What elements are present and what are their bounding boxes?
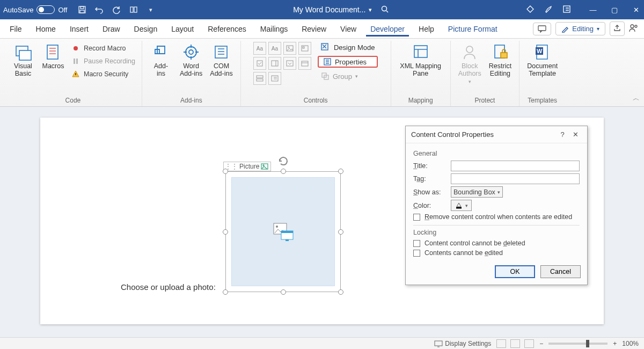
color-label: Color: (413, 202, 445, 209)
resize-handle[interactable] (338, 289, 343, 295)
zoom-level[interactable]: 100% (622, 340, 639, 347)
cancel-button[interactable]: Cancel (540, 265, 581, 278)
control-rich-text-icon[interactable]: Aa (253, 42, 266, 55)
svg-rect-35 (414, 46, 427, 57)
content-control-tag[interactable]: ⋮⋮ Picture (223, 162, 271, 171)
control-combobox-icon[interactable] (268, 57, 281, 70)
editing-mode-button[interactable]: Editing ▾ (555, 22, 605, 35)
close-icon[interactable]: ✕ (569, 130, 582, 139)
picture-placeholder[interactable] (231, 177, 335, 286)
tab-layout[interactable]: Layout (167, 21, 198, 37)
record-macro-button[interactable]: Record Macro (70, 43, 136, 54)
properties-button[interactable]: Properties (318, 56, 378, 68)
resize-handle[interactable] (338, 169, 343, 174)
qat-more-icon[interactable] (128, 4, 139, 15)
title-input[interactable] (451, 161, 580, 171)
lock-edit-checkbox[interactable]: Contents cannot be edited (413, 249, 580, 257)
display-settings-button[interactable]: Display Settings (434, 340, 491, 347)
tab-draw[interactable]: Draw (98, 21, 125, 37)
zoom-in-button[interactable]: + (613, 340, 617, 347)
zoom-slider[interactable] (548, 343, 608, 345)
control-dropdown-icon[interactable] (283, 57, 296, 70)
tag-input[interactable] (451, 173, 580, 184)
group-protect: Block Authors ▾ Restrict Editing Protect (451, 41, 519, 106)
tab-design[interactable]: Design (130, 21, 162, 37)
resize-handle[interactable] (223, 169, 228, 174)
design-mode-button[interactable]: Design Mode (318, 42, 378, 53)
rotate-handle-icon[interactable] (277, 155, 289, 169)
share-button[interactable] (610, 21, 625, 36)
macro-security-button[interactable]: Macro Security (70, 69, 136, 79)
show-as-label: Show as: (413, 188, 445, 196)
tab-help[interactable]: Help (414, 21, 438, 37)
focus-view-icon[interactable] (496, 339, 506, 348)
tab-file[interactable]: File (5, 21, 26, 37)
resize-handle[interactable] (281, 169, 286, 174)
resize-handle[interactable] (223, 289, 228, 295)
comments-button[interactable] (533, 23, 551, 35)
group-addins: Add- ins Word Add-ins COM Add-ins Add-in… (142, 41, 241, 106)
control-checkbox-icon[interactable] (253, 57, 266, 70)
maximize-button[interactable]: ▢ (610, 6, 619, 14)
ribbon-tabs: File Home Insert Draw Design Layout Refe… (0, 19, 644, 39)
tab-developer[interactable]: Developer (366, 21, 409, 37)
zoom-out-button[interactable]: − (539, 340, 543, 347)
color-picker[interactable]: ▾ (451, 200, 472, 211)
group-label: Protect (474, 95, 495, 106)
collapse-ribbon-icon[interactable]: ︿ (633, 93, 640, 103)
save-icon[interactable] (77, 4, 87, 15)
document-page[interactable]: Choose or upload a photo: ⋮⋮ Picture (40, 118, 604, 324)
word-addins-button[interactable]: Word Add-ins (178, 42, 204, 79)
svg-rect-49 (435, 341, 442, 346)
search-icon[interactable] (380, 5, 389, 15)
remove-on-edit-checkbox[interactable]: Remove content control when contents are… (413, 213, 580, 221)
autosave-toggle[interactable]: AutoSave Off (3, 5, 67, 14)
com-addins-button[interactable]: COM Add-ins (208, 42, 235, 79)
control-legacy-icon[interactable] (268, 72, 281, 85)
tab-mailings[interactable]: Mailings (256, 21, 292, 37)
resize-handle[interactable] (281, 289, 286, 295)
control-plain-text-icon[interactable]: Aa (268, 42, 281, 55)
close-button[interactable]: ✕ (631, 6, 641, 14)
xml-mapping-pane-button[interactable]: XML Mapping Pane (397, 42, 445, 79)
document-template-button[interactable]: W Document Template (525, 42, 560, 79)
document-title[interactable]: My Word Document... ▾ (293, 5, 372, 14)
lock-delete-checkbox[interactable]: Content control cannot be deleted (413, 239, 580, 247)
help-button[interactable]: ? (556, 130, 569, 139)
resize-handle[interactable] (338, 229, 343, 235)
brush-icon[interactable] (544, 5, 553, 15)
tab-view[interactable]: View (336, 21, 361, 37)
app-icon[interactable] (562, 5, 571, 15)
ok-button[interactable]: OK (495, 265, 535, 278)
redo-icon[interactable] (111, 4, 122, 15)
svg-rect-6 (564, 6, 570, 12)
addins-button[interactable]: Add- ins (148, 42, 174, 79)
control-repeating-icon[interactable] (253, 72, 266, 85)
tab-insert[interactable]: Insert (65, 21, 93, 37)
qat-dropdown-icon[interactable]: ▾ (145, 4, 156, 15)
undo-icon[interactable] (94, 4, 105, 15)
show-as-dropdown[interactable]: Bounding Box ▾ (451, 186, 503, 198)
control-datepicker-icon[interactable] (298, 57, 311, 70)
svg-text:W: W (537, 48, 543, 54)
account-icon[interactable] (629, 23, 639, 34)
resize-handle[interactable] (223, 229, 228, 235)
block-authors-button[interactable]: Block Authors ▾ (456, 42, 484, 85)
minimize-button[interactable]: — (588, 6, 598, 14)
tab-review[interactable]: Review (297, 21, 331, 37)
group-button[interactable]: Group ▾ (318, 71, 378, 82)
picture-content-control[interactable]: ⋮⋮ Picture (225, 171, 341, 292)
tab-references[interactable]: References (203, 21, 251, 37)
diamond-icon[interactable] (526, 5, 535, 15)
macros-button[interactable]: Macros (40, 42, 67, 71)
restrict-editing-button[interactable]: Restrict Editing (487, 42, 514, 79)
control-building-block-icon[interactable] (298, 42, 311, 55)
web-layout-view-icon[interactable] (524, 339, 534, 348)
tab-picture-format[interactable]: Picture Format (444, 21, 502, 37)
svg-rect-4 (134, 7, 137, 12)
visual-basic-button[interactable]: Visual Basic (10, 42, 36, 79)
print-layout-view-icon[interactable] (510, 339, 520, 348)
tab-home[interactable]: Home (32, 21, 60, 37)
control-picture-icon[interactable] (283, 42, 296, 55)
dialog-title: Content Control Properties (411, 130, 556, 139)
